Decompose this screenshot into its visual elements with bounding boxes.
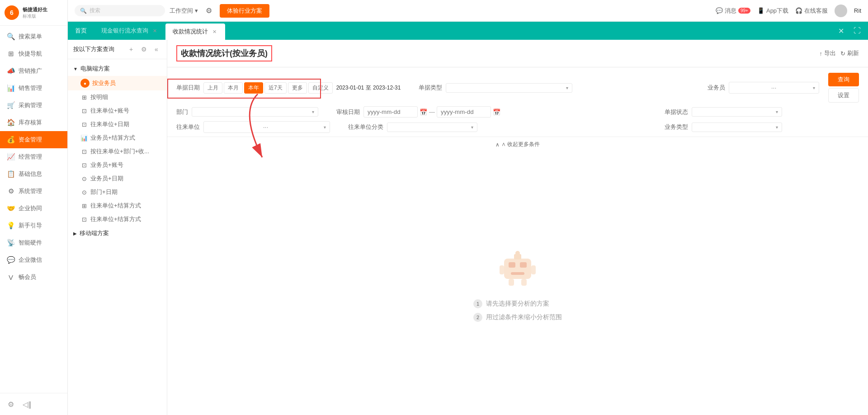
- counterpart-select[interactable]: ··· ▾: [203, 121, 330, 133]
- sidebar-item-marketing[interactable]: 📣 营销推广: [0, 62, 67, 80]
- sidebar-item-operation[interactable]: 📈 经营管理: [0, 148, 67, 165]
- counterpart-cat-filter: 往来单位分类 ▾: [348, 123, 477, 132]
- tab-bank[interactable]: 现金银行流水查询 ✕: [94, 22, 165, 40]
- doc-type-chevron: ▾: [566, 85, 568, 90]
- sidebar-item-wechat[interactable]: 💬 企业微信: [0, 251, 67, 269]
- refresh-btn[interactable]: ↻ 刷新: [840, 49, 859, 57]
- bottom-collapse-btn[interactable]: ◁‖: [21, 398, 33, 410]
- scheme-group-desktop: ▼ 电脑端方案 ● 按业务员 ⊞ 按明细 ⊡ 往来单位+账号: [68, 61, 167, 226]
- sales-icon: 📊: [7, 84, 15, 92]
- sidebar-item-inventory[interactable]: 🏠 库存核算: [0, 114, 67, 131]
- biz-type-select[interactable]: ▾: [692, 123, 782, 132]
- doc-status-filter: 单据状态 ▾: [665, 107, 782, 117]
- scheme-item-salesman-date[interactable]: ⊙ 业务员+日期: [68, 172, 167, 185]
- user-name[interactable]: Rit: [854, 7, 861, 14]
- dept-select[interactable]: ▾: [192, 107, 318, 117]
- scheme-item-salesman-settle[interactable]: 📊 业务员+结算方式: [68, 131, 167, 145]
- sidebar-item-basic[interactable]: 📋 基础信息: [0, 165, 67, 183]
- scheme-item-salesman[interactable]: ● 按业务员: [68, 76, 167, 90]
- panel-title: 按以下方案查询: [73, 45, 114, 53]
- sidebar-item-label: 销售管理: [19, 84, 42, 92]
- tabbar: 首页 现金银行流水查询 ✕ 收款情况统计 ✕ ✕ ⛶: [68, 22, 868, 40]
- tab-fullscreen-btn[interactable]: ⛶: [851, 24, 863, 37]
- dept-chevron: ▾: [312, 109, 314, 114]
- scheme-item-salesman-account[interactable]: ⊡ 业务员+账号: [68, 158, 167, 172]
- scheme-item-label: 往来单位+日期: [90, 120, 129, 128]
- date-btn-last-month[interactable]: 上月: [203, 82, 222, 94]
- scheme-item-label: 业务员+结算方式: [90, 134, 135, 142]
- app-download-btn[interactable]: 📱 App下载: [757, 7, 788, 15]
- user-avatar[interactable]: [835, 5, 847, 17]
- sidebar-item-purchase[interactable]: 🛒 采购管理: [0, 97, 67, 114]
- biz-type-chevron: ▾: [776, 125, 778, 130]
- salesman-select[interactable]: ··· ▾: [729, 82, 819, 94]
- scheme-item-unit-settle2[interactable]: ⊡ 往来单位+结算方式: [68, 212, 167, 226]
- svg-rect-2: [520, 262, 527, 268]
- counterpart-more-btn[interactable]: ···: [263, 123, 269, 131]
- date-btn-more[interactable]: 更多: [288, 82, 307, 94]
- sidebar-item-label: 采购管理: [19, 101, 42, 109]
- sidebar-item-hardware[interactable]: 📡 智能硬件: [0, 234, 67, 251]
- doc-status-select[interactable]: ▾: [692, 107, 782, 117]
- date-btn-custom[interactable]: 自定义: [308, 82, 333, 94]
- sidebar-item-vip[interactable]: V 畅会员: [0, 269, 67, 286]
- calendar-icon-to[interactable]: 📅: [493, 108, 500, 116]
- scheme-item-dept-date[interactable]: ⊙ 部门+日期: [68, 185, 167, 199]
- tab-close-all-btn[interactable]: ✕: [835, 24, 847, 37]
- date-btn-7days[interactable]: 近7天: [264, 82, 287, 94]
- scheme-item-unit-date[interactable]: ⊡ 往来单位+日期: [68, 118, 167, 131]
- sidebar-item-finance[interactable]: 💰 资金管理: [0, 131, 67, 148]
- scheme-item-label: 按业务员: [92, 79, 116, 87]
- bottom-settings-btn[interactable]: ⚙: [5, 398, 17, 410]
- collapse-more-btn[interactable]: ∧ ∧ 收起更多条件: [167, 137, 868, 152]
- topbar-gear-btn[interactable]: ⚙: [203, 5, 215, 17]
- scheme-add-btn[interactable]: +: [126, 44, 136, 54]
- scheme-icon-grid: ⊞: [80, 94, 88, 101]
- topbar-workspace[interactable]: 工作空间 ▾: [170, 7, 198, 15]
- sidebar-item-system[interactable]: ⚙ 系统管理: [0, 183, 67, 200]
- scheme-item-unit-settle1[interactable]: ⊞ 往来单位+结算方式: [68, 199, 167, 212]
- date-buttons: 上月 本月 本年 近7天 更多 自定义: [203, 82, 333, 94]
- sidebar-item-sales[interactable]: 📊 销售管理: [0, 80, 67, 97]
- date-btn-this-month[interactable]: 本月: [224, 82, 243, 94]
- date-btn-this-year[interactable]: 本年: [244, 82, 263, 94]
- dept-label: 部门: [176, 108, 188, 116]
- export-btn[interactable]: ↑ 导出: [820, 49, 836, 57]
- calendar-icon-from[interactable]: 📅: [420, 108, 427, 116]
- query-btn[interactable]: 查询: [828, 73, 859, 86]
- hint-step-1: 1 请先选择要分析的方案: [473, 299, 562, 308]
- sidebar-item-guide[interactable]: 💡 新手引导: [0, 217, 67, 234]
- download-icon: 📱: [757, 7, 764, 14]
- tab-receipt-close[interactable]: ✕: [211, 28, 218, 35]
- salesman-more-btn[interactable]: ···: [771, 84, 777, 91]
- scheme-settings-btn[interactable]: ⚙: [139, 44, 149, 54]
- scheme-group-mobile-header[interactable]: ▶ 移动端方案: [68, 226, 167, 241]
- sidebar-item-corp[interactable]: 🤝 企业协同: [0, 200, 67, 217]
- sidebar-item-label: 畅会员: [19, 273, 36, 281]
- tab-bank-close[interactable]: ✕: [151, 27, 158, 34]
- scheme-item-unit-account[interactable]: ⊡ 往来单位+账号: [68, 104, 167, 118]
- svg-rect-6: [500, 265, 504, 274]
- empty-state: 1 请先选择要分析的方案 2 用过滤条件来缩小分析范围: [473, 245, 562, 322]
- sidebar-item-quicknav[interactable]: ⊞ 快捷导航: [0, 45, 67, 62]
- scheme-collapse-btn[interactable]: «: [151, 44, 161, 54]
- message-btn[interactable]: 💬 消息 99+: [716, 7, 750, 15]
- topbar-search[interactable]: 🔍 搜索: [75, 5, 165, 16]
- online-service-btn[interactable]: 🎧 在线客服: [795, 7, 828, 15]
- trial-btn[interactable]: 体验行业方案: [220, 4, 269, 18]
- sidebar-item-label: 搜索菜单: [19, 33, 42, 41]
- doc-type-select[interactable]: ▾: [446, 83, 572, 93]
- tab-receipt[interactable]: 收款情况统计 ✕: [165, 24, 225, 40]
- desktop-group-label: 电脑端方案: [80, 65, 110, 73]
- scheme-group-desktop-header[interactable]: ▼ 电脑端方案: [68, 61, 167, 76]
- tab-home[interactable]: 首页: [68, 22, 94, 40]
- sidebar-item-search[interactable]: 🔍 搜索菜单: [0, 28, 67, 45]
- scheme-icon-clock2: ⊙: [80, 189, 88, 196]
- counterpart-cat-select[interactable]: ▾: [387, 123, 477, 132]
- review-date-range: 📅 — 📅: [363, 106, 500, 118]
- set-btn[interactable]: 设置: [828, 88, 859, 103]
- scheme-item-detail[interactable]: ⊞ 按明细: [68, 90, 167, 104]
- scheme-item-unit-dept[interactable]: ⊡ 按往来单位+部门+收...: [68, 145, 167, 158]
- review-date-from-input[interactable]: [363, 106, 418, 118]
- review-date-to-input[interactable]: [437, 106, 491, 118]
